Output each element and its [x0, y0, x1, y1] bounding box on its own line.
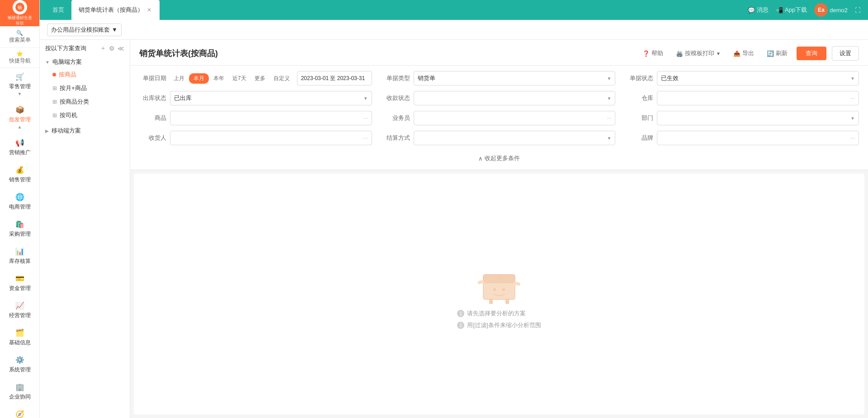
wholesale-label: 批发管理: [9, 116, 31, 124]
department-input[interactable]: ▼: [657, 111, 859, 125]
help-label: 帮助: [651, 49, 663, 57]
sidebar-item-retail[interactable]: 🛒 零售管理 ▼: [0, 68, 39, 101]
system-label: 系统管理: [9, 366, 31, 374]
sidebar-item-system[interactable]: ⚙️ 系统管理: [0, 351, 39, 378]
topbar-restore[interactable]: ⛶: [855, 7, 861, 14]
close-tab-icon[interactable]: ✕: [146, 6, 152, 14]
user-name: demo2: [830, 7, 848, 14]
date-tab-7-days[interactable]: 近7天: [229, 73, 250, 84]
enterprise-label: 企业协同: [9, 393, 31, 401]
left-panel: 按以下方案查询 ＋ ⚙ ≪ ▼ 电脑端方案 按商品 ⊞: [40, 40, 130, 418]
sidebar-item-purchase[interactable]: 🛍️ 采购管理: [0, 215, 39, 242]
tip-text-1: 请先选择要分析的方案: [467, 309, 526, 318]
sidebar-item-inventory[interactable]: 📊 库存核算: [0, 242, 39, 270]
topbar-app-download[interactable]: 📲 App下载: [776, 6, 807, 14]
sidebar: 畅 畅捷通好生意 标版 🔍 搜索菜单 ⭐ 快捷导航 🛒 零售管理 ▼ 📦 批发管…: [0, 0, 40, 418]
scheme-item-by-unit[interactable]: ⊞ 按司机: [40, 109, 130, 122]
scheme-item-by-month-product[interactable]: ⊞ 按月+商品: [40, 81, 130, 95]
filter-item-doc-type: 单据类型 销货单 ▼: [383, 71, 616, 86]
app-logo[interactable]: 畅 畅捷通好生意 标版: [0, 0, 40, 26]
finance-icon: 💳: [15, 274, 24, 283]
search-menu[interactable]: 🔍 搜索菜单: [0, 26, 39, 48]
ecommerce-label: 电商管理: [9, 203, 31, 211]
export-label: 导出: [742, 49, 754, 57]
topbar-user[interactable]: Ea demo2: [814, 3, 848, 17]
tab-sales-stat[interactable]: 销货单统计表（按商品） ✕: [71, 0, 160, 20]
brand-input[interactable]: ···: [657, 131, 859, 145]
collapse-conditions[interactable]: ∧ 收起更多条件: [139, 151, 859, 164]
scheme-item-by-category[interactable]: ⊞ 按商品分类: [40, 95, 130, 109]
tab-home[interactable]: 首页: [45, 0, 71, 20]
settlement-input[interactable]: ▼: [414, 131, 616, 145]
header-bar: 办公用品行业模拟账套 ▼: [40, 20, 868, 40]
date-tab-last-month[interactable]: 上月: [170, 73, 188, 84]
out-status-input[interactable]: 已出库 ▼: [170, 91, 372, 105]
retail-label: 零售管理: [9, 83, 31, 90]
date-tab-this-month[interactable]: 本月: [189, 73, 209, 84]
doc-status-input[interactable]: 已生效 ▼: [657, 71, 859, 86]
date-range-input[interactable]: 2023-03-01 至 2023-03-31: [297, 71, 372, 86]
help-icon: ❓: [642, 50, 650, 57]
sidebar-item-sales[interactable]: 💰 销售管理: [0, 161, 39, 188]
user-avatar: Ea: [814, 3, 828, 17]
sidebar-item-marketing[interactable]: 📢 营销推广: [0, 134, 39, 161]
salesperson-input[interactable]: ···: [414, 111, 616, 125]
empty-tip-2: 2 用[过滤]条件来缩小分析范围: [457, 321, 541, 329]
sidebar-item-enterprise[interactable]: 🏢 企业协同: [0, 378, 39, 405]
settings-button[interactable]: 设置: [832, 46, 859, 61]
recipient-input[interactable]: ···: [170, 131, 372, 145]
date-tab-custom[interactable]: 自定义: [270, 73, 293, 84]
settlement-arrow-icon: ▼: [607, 136, 611, 141]
doc-type-input[interactable]: 销货单 ▼: [414, 71, 616, 86]
collapse-panel-icon[interactable]: ≪: [118, 45, 124, 52]
settings-scheme-icon[interactable]: ⚙: [109, 45, 115, 52]
basic-label: 基础信息: [9, 339, 31, 347]
scheme-group-desktop-header[interactable]: ▼ 电脑端方案: [40, 55, 130, 68]
svg-point-5: [493, 288, 496, 291]
department-label: 部门: [626, 114, 653, 122]
filter-item-out-status: 出库状态 已出库 ▼: [139, 91, 372, 105]
product-input[interactable]: ···: [170, 111, 372, 125]
scheme-item-by-product[interactable]: 按商品: [40, 68, 130, 81]
sales-icon: 💰: [15, 166, 24, 174]
page-title-bar: 销货单统计表(按商品) ❓ 帮助 🖨️ 按模板打印 ▼ 📤 导出: [130, 40, 868, 66]
industry-selector[interactable]: 办公用品行业模拟账套 ▼: [47, 24, 122, 36]
date-filter: 上月 本月 本年 近7天 更多 自定义 2023-03-01 至 2023-03…: [170, 71, 372, 86]
page-title: 销货单统计表(按商品): [139, 48, 218, 59]
wholesale-arrow: ▲: [18, 124, 22, 129]
scheme-group-mobile: ▶ 移动端方案: [40, 124, 130, 138]
tip-num-1: 1: [457, 310, 464, 317]
enterprise-icon: 🏢: [15, 383, 24, 391]
filter-item-department: 部门 ▼: [626, 111, 859, 125]
date-tab-more[interactable]: 更多: [251, 73, 269, 84]
warehouse-ellipsis-icon: ···: [850, 95, 855, 101]
date-tab-this-year[interactable]: 本年: [210, 73, 228, 84]
refresh-icon: 🔄: [767, 50, 774, 57]
print-button[interactable]: 🖨️ 按模板打印 ▼: [672, 48, 724, 59]
add-scheme-icon[interactable]: ＋: [100, 44, 106, 52]
sidebar-item-finance[interactable]: 💳 资金管理: [0, 270, 39, 297]
topbar-message[interactable]: 💬 消息: [748, 6, 769, 14]
print-label: 按模板打印: [685, 49, 714, 57]
page-actions: ❓ 帮助 🖨️ 按模板打印 ▼ 📤 导出 🔄 刷新: [639, 46, 859, 65]
sidebar-item-basic[interactable]: 🗂️ 基础信息: [0, 324, 39, 351]
query-button[interactable]: 查询: [797, 47, 826, 60]
export-button[interactable]: 📤 导出: [730, 48, 758, 59]
retail-arrow: ▼: [18, 91, 22, 96]
sidebar-item-guide[interactable]: 🧭 新手引导: [0, 405, 39, 418]
refresh-button[interactable]: 🔄 刷新: [763, 48, 791, 59]
scheme-group-desktop: ▼ 电脑端方案 按商品 ⊞ 按月+商品 ⊞ 按商品分类 ⊞ 按司机: [40, 55, 130, 124]
quick-nav[interactable]: ⭐ 快捷导航: [0, 48, 39, 68]
desktop-group-label: 电脑端方案: [52, 58, 82, 66]
scheme-group-mobile-header[interactable]: ▶ 移动端方案: [40, 124, 130, 137]
warehouse-input[interactable]: ···: [657, 91, 859, 105]
sidebar-item-ecommerce[interactable]: 🌐 电商管理: [0, 188, 39, 215]
payment-status-input[interactable]: ▼: [414, 91, 616, 105]
sidebar-item-wholesale[interactable]: 📦 批发管理 ▲: [0, 101, 39, 134]
mobile-group-arrow: ▶: [45, 128, 49, 133]
help-button[interactable]: ❓ 帮助: [639, 48, 667, 59]
salesperson-label: 业务员: [383, 114, 410, 122]
sidebar-item-operation[interactable]: 📈 经营管理: [0, 297, 39, 324]
tip-num-2: 2: [457, 322, 464, 329]
message-label: 消息: [757, 6, 769, 14]
